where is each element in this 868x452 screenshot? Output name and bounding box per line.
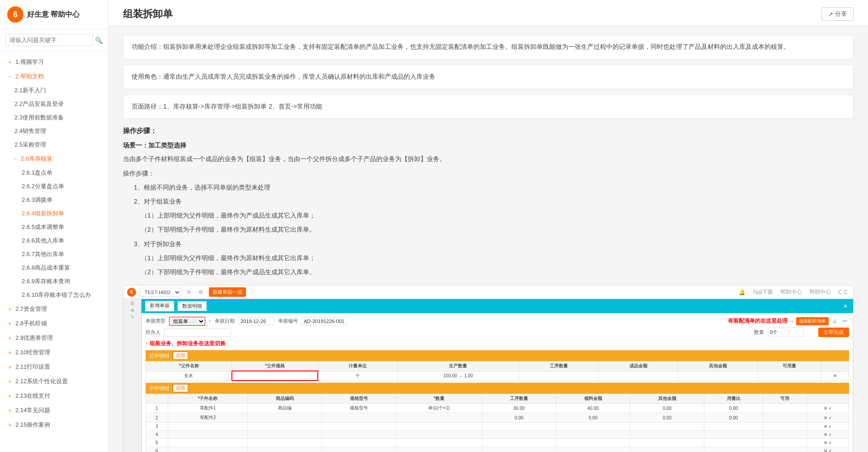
mock-user: C C (836, 288, 849, 296)
scenario1-desc: 当由多个子件材料组装成一个成品的业务为【组装】业务，当由一个父件拆分成多个子产品… (123, 153, 854, 165)
mock-new-order-btn[interactable]: 新建单据一览 (209, 287, 246, 297)
sidebar-item-stock-query[interactable]: 2.6.9库存账本查询 (0, 275, 108, 288)
sidebar-item-label: 2.13在线支付 (15, 392, 50, 400)
sidebar-item-cost-calc[interactable]: 2.6.8商品成本重算 (0, 261, 108, 275)
mock-print-icon[interactable]: 🖨 (830, 318, 839, 324)
mock-type-select[interactable]: 组装单 拆卸单 (169, 317, 205, 326)
mock-more-icon[interactable]: ••• (840, 318, 849, 324)
step2: 2、对于组装业务 (123, 196, 854, 207)
mock-parent-op-cell[interactable]: ✕ (821, 371, 849, 381)
mock-child-qty1: 单位(个×1) (396, 404, 482, 413)
sidebar-item-data-prep[interactable]: 2.3使用前数据准备 (0, 111, 108, 124)
mock-refresh-icon[interactable]: ⟳ (185, 288, 193, 296)
sidebar-item-label: 2.6库存核算 (21, 155, 52, 163)
mock-form-area: 单据类型 组装单 拆卸单 ↑ 单据日期 2019-12-26 单据编号 AD-2… (142, 313, 853, 452)
sidebar-item-install[interactable]: 2.2产品安装及登录 (0, 97, 108, 111)
share-button[interactable]: ↗ 分享 (821, 7, 854, 21)
sidebar-item-stocktake[interactable]: 2.6.1盘点单 (0, 166, 108, 180)
mock-child-row3: 3✕ ✓ (146, 423, 849, 431)
mock-annotation2-text: 组装业务、拆卸业务在这里切换 (150, 340, 226, 347)
mock-parent-procqty-cell (519, 371, 599, 381)
plus-icon5: ＋ (7, 349, 13, 357)
sidebar-item-newcomer[interactable]: 2.1新手入门 (0, 84, 108, 97)
sidebar-item-faq[interactable]: ＋ 2.14常见问题 (0, 403, 108, 418)
sidebar-item-docs[interactable]: － 2.帮助文档 (0, 69, 108, 84)
sidebar-item-cases[interactable]: ＋ 2.15操作案例 (0, 418, 108, 432)
mock-parent-table: *父件名称 *父件规格 计量单位 生产数量 工序数量 成品金额 其他金额 可用量 (146, 361, 849, 381)
mock-child-op1[interactable]: ✕ ✓ (807, 404, 849, 413)
sidebar-item-coupon[interactable]: ＋ 2.9优惠券管理 (0, 331, 108, 345)
mock-tab-new[interactable]: 新增单据 (145, 301, 174, 311)
mock-child-ratio1: 0.00 (704, 404, 763, 413)
sidebar-item-other-out[interactable]: 2.6.7其他出库单 (0, 247, 108, 261)
mock-child-table: *子件名称 商品编码 规格型号 *数量 工序数量 领料金额 其他金额 用量比 可 (146, 394, 849, 452)
mock-child-op2[interactable]: ✕ ✓ (807, 413, 849, 423)
mock-parent-row1: 关木 个 100.00 → 1.00 ✕ (146, 371, 849, 381)
scenario1-title: 场景一：加工类型选择 (123, 142, 854, 150)
mock-child-other2: 0.00 (630, 413, 704, 423)
mock-select-bom-btn[interactable]: 选择配料清单 (796, 317, 829, 325)
mock-parent-header: 父件明细 启用 (146, 350, 849, 361)
mock-th-child-other: 领料金额 (556, 394, 630, 404)
sidebar-item-stock-err[interactable]: 2.6.10库存账本错了怎么办 (0, 288, 108, 302)
role-block: 使用角色：通常由生产人员或库管人员完成拆装业务的操作，库管人员确认原材料的出库和… (123, 65, 854, 89)
mock-officer-input[interactable] (164, 328, 231, 337)
logo-area: 6 好生意 帮助中心 (0, 0, 108, 29)
steps-title: 操作步骤： (123, 127, 854, 135)
sidebar-item-label: 2.12系统个性化设置 (15, 377, 68, 385)
mock-parent-action-btn[interactable]: 启用 (173, 352, 188, 360)
main-content: 组装拆卸单 ↗ 分享 功能介绍：组装拆卸单用来处理企业组装或拆卸等加工业务，支持… (108, 0, 868, 452)
mock-qty-label: 数量 (754, 329, 764, 336)
mock-close-btn[interactable]: ✕ (841, 302, 849, 310)
sidebar-item-label: 1.视频学习 (15, 58, 44, 66)
sidebar-item-cost-adjust[interactable]: 2.6.5成本调整单 (0, 220, 108, 234)
mock-annotation2-area: ↑ 组装业务、拆卸业务在这里切换 (146, 339, 849, 348)
disassembly-step2: （2）下部明细为子件明细，最终作为产成品生成其它入库单。 (123, 266, 854, 278)
sidebar-item-ops[interactable]: ＋ 2.10经营管理 (0, 345, 108, 360)
sidebar-item-other-in[interactable]: 2.6.6其他入库单 (0, 234, 108, 247)
mock-tab-data[interactable]: 数据明细 (178, 301, 207, 311)
sidebar-item-purchase[interactable]: 2.5采购管理 (0, 138, 108, 152)
sidebar-item-adjust[interactable]: 2.6.3调拨单 (0, 193, 108, 207)
mock-officer-label: 经办人 (146, 329, 160, 336)
mock-th-parent-name: *父件名称 (146, 362, 232, 371)
sidebar-item-print[interactable]: ＋ 2.11打印设置 (0, 360, 108, 374)
mock-child-code1: 商品编 (248, 404, 322, 413)
sidebar-nav: ＋ 1.视频学习 － 2.帮助文档 2.1新手入门 2.2产品安装及登录 2.3… (0, 51, 108, 452)
mock-parent-title: 父件明细 (149, 352, 169, 359)
mock-help-center2: 帮助中心 (807, 287, 833, 297)
mock-arrow2: → (789, 319, 794, 324)
sidebar-item-sales[interactable]: 2.4销售管理 (0, 124, 108, 138)
mock-settings-icon[interactable]: ⚙ (197, 288, 205, 296)
mock-th-avail: 可用量 (758, 362, 821, 371)
mock-confirm-btn[interactable]: 立即完成 (818, 328, 849, 337)
mock-side-icon1: ☰ (130, 301, 134, 306)
step1: 1、根据不同的业务，选择不同单据的类型来处理 (123, 182, 854, 193)
mock-th-child-material: 工序数量 (482, 394, 556, 404)
sidebar-item-mobile[interactable]: ＋ 2.8手机旺铺 (0, 316, 108, 331)
plus-icon10: ＋ (7, 421, 13, 429)
sidebar-item-capital[interactable]: ＋ 2.7资金管理 (0, 302, 108, 316)
mock-th-prod-qty: 生产数量 (397, 362, 519, 371)
mock-company-select[interactable]: TEST-H002 (140, 288, 181, 297)
mock-qty-value: 0个 (768, 328, 804, 337)
mock-child-action-btn[interactable]: 启用 (173, 384, 188, 392)
sidebar-item-custom[interactable]: ＋ 2.12系统个性化设置 (0, 374, 108, 389)
sidebar-item-online-pay[interactable]: ＋ 2.13在线支付 (0, 389, 108, 403)
minus-icon: － (7, 73, 13, 81)
sidebar-item-video[interactable]: ＋ 1.视频学习 (0, 55, 108, 69)
search-button[interactable]: 🔍 (95, 37, 103, 44)
mock-app-download: App下载 (751, 287, 775, 297)
mock-th-child-op: 可用 (763, 394, 807, 404)
plus-icon4: ＋ (7, 334, 13, 342)
plus-icon9: ＋ (7, 407, 13, 414)
sidebar-item-partial[interactable]: 2.6.2分量盘点单 (0, 180, 108, 193)
sidebar-item-assembly[interactable]: 2.6.4组装拆卸单 (0, 207, 108, 220)
sidebar-item-inventory[interactable]: － 2.6库存核算 (0, 152, 108, 166)
mock-child-procqty2: 0.00 (482, 413, 556, 423)
mock-th-op (821, 362, 849, 371)
mock-child-header: 子件明细 启用 (146, 383, 849, 394)
path-block: 页面路径：1、库存核算->库存管理->组装拆卸单 2、首页->常用功能 (123, 95, 854, 119)
sidebar-item-label: 2.8手机旺铺 (15, 319, 47, 328)
search-input[interactable] (5, 34, 93, 46)
